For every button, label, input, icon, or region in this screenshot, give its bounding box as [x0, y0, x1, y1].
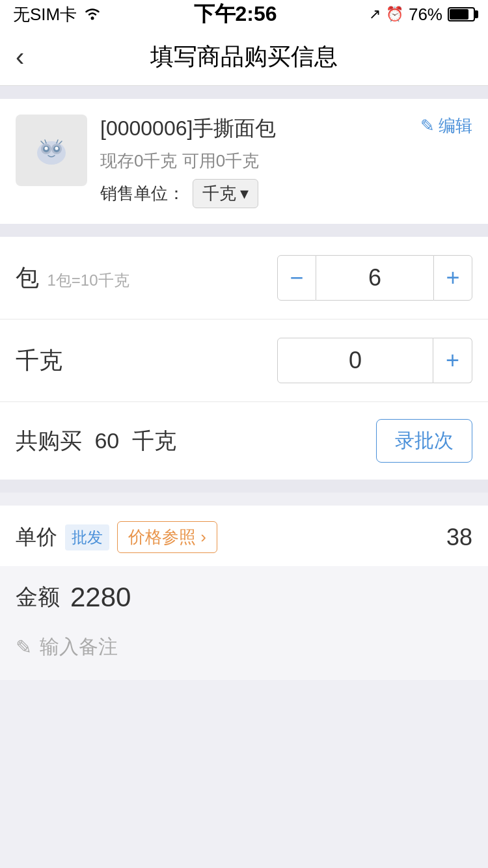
package-minus-button[interactable]: −	[277, 255, 316, 301]
input-section: 包 1包=10千克 − + 千克 + 共购买 60 千克 录批次	[0, 237, 488, 480]
kg-controls: +	[277, 338, 472, 383]
alarm-icon: ⏰	[386, 6, 403, 23]
price-value: 38	[446, 524, 472, 551]
page-title: 填写商品购买信息	[150, 41, 338, 73]
dropdown-icon: ▾	[240, 183, 249, 204]
total-unit: 千克	[132, 428, 176, 453]
product-card: [0000006]手撕面包 现存0千克 可用0千克 销售单位： 千克 ▾ ✎ 编…	[0, 99, 488, 224]
svg-point-6	[45, 147, 48, 150]
product-name: [0000006]手撕面包	[100, 115, 472, 143]
back-button[interactable]: ‹	[16, 42, 24, 72]
price-row: 单价 批发 价格参照 › 38	[16, 521, 472, 553]
kg-input[interactable]	[277, 338, 433, 383]
price-label: 单价	[16, 523, 57, 552]
carrier-text: 无SIM卡	[13, 3, 77, 26]
unit-value: 千克	[202, 182, 236, 205]
edit-icon: ✎	[420, 116, 435, 136]
wifi-icon	[83, 5, 102, 25]
note-placeholder: 输入备注	[40, 634, 118, 660]
svg-point-0	[91, 16, 94, 20]
package-label: 包 1包=10千克	[16, 262, 277, 294]
svg-point-7	[55, 147, 59, 150]
total-amount: 60	[94, 428, 119, 453]
amount-value: 2280	[70, 582, 131, 613]
status-bar: 无SIM卡 下午2:56 ↗ ⏰ 76%	[0, 0, 488, 29]
price-type-tag: 批发	[65, 524, 109, 550]
total-row: 共购买 60 千克 录批次	[0, 401, 488, 480]
unit-select[interactable]: 千克 ▾	[193, 179, 258, 208]
edit-label: 编辑	[439, 115, 472, 137]
status-time: 下午2:56	[194, 0, 277, 29]
note-icon: ✎	[16, 636, 32, 658]
top-divider	[0, 86, 488, 99]
amount-section: 金额 2280 ✎ 输入备注	[0, 566, 488, 680]
svg-point-1	[37, 141, 66, 165]
total-text: 共购买 60 千克	[16, 426, 176, 456]
total-label: 共购买	[16, 428, 82, 453]
product-info: [0000006]手撕面包 现存0千克 可用0千克 销售单位： 千克 ▾	[100, 115, 472, 208]
product-image	[16, 115, 87, 186]
amount-label: 金额	[16, 582, 60, 612]
nav-bar: ‹ 填写商品购买信息	[0, 29, 488, 86]
product-logo	[32, 131, 71, 170]
unit-label: 销售单位：	[100, 182, 185, 205]
location-icon: ↗	[369, 6, 381, 23]
status-indicators: ↗ ⏰ 76%	[369, 5, 475, 25]
status-carrier: 无SIM卡	[13, 3, 102, 26]
back-arrow: ‹	[16, 42, 24, 72]
package-label-main: 包	[16, 264, 39, 291]
empty-area	[0, 680, 488, 868]
package-controls: − +	[277, 255, 472, 301]
product-unit-row: 销售单位： 千克 ▾	[100, 179, 472, 208]
kg-label-main: 千克	[16, 347, 62, 373]
price-reference-button[interactable]: 价格参照 ›	[117, 521, 217, 553]
kg-label: 千克	[16, 345, 277, 377]
mid-divider2	[0, 480, 488, 493]
package-row: 包 1包=10千克 − +	[0, 237, 488, 319]
mid-divider1	[0, 224, 488, 237]
package-plus-button[interactable]: +	[433, 255, 472, 301]
price-section: 单价 批发 价格参照 › 38	[0, 506, 488, 566]
battery-percent: 76%	[409, 5, 442, 25]
price-label-row: 单价 批发 价格参照 ›	[16, 521, 217, 553]
battery-icon	[448, 7, 475, 21]
package-input[interactable]	[316, 255, 433, 301]
record-batch-button[interactable]: 录批次	[376, 419, 472, 463]
package-label-sub: 1包=10千克	[47, 271, 129, 289]
amount-row: 金额 2280	[16, 582, 472, 613]
product-stock: 现存0千克 可用0千克	[100, 150, 472, 172]
edit-button[interactable]: ✎ 编辑	[420, 115, 472, 137]
note-row[interactable]: ✎ 输入备注	[16, 623, 472, 680]
kg-row: 千克 +	[0, 319, 488, 401]
kg-plus-button[interactable]: +	[433, 338, 472, 383]
